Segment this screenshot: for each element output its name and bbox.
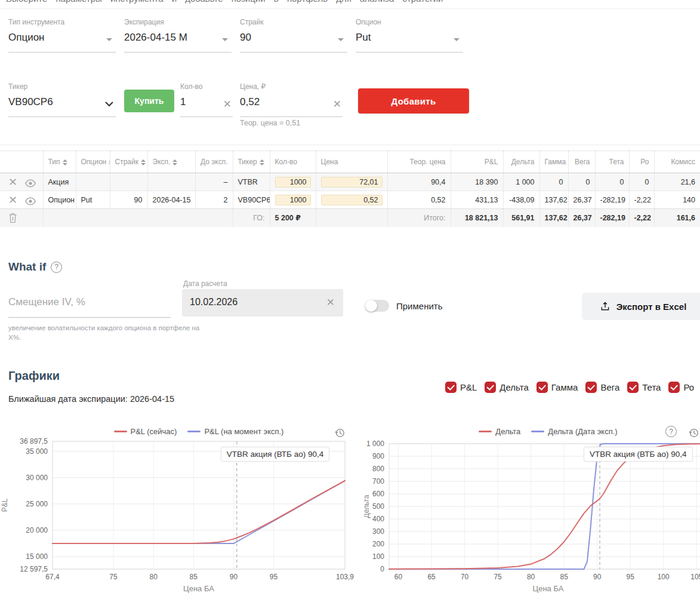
qty-input[interactable]: 1000 bbox=[275, 195, 311, 205]
clear-icon[interactable]: ✕ bbox=[223, 98, 232, 110]
svg-text:65: 65 bbox=[427, 573, 436, 581]
column-header-strike[interactable]: Страйк bbox=[110, 151, 147, 173]
eye-icon[interactable] bbox=[24, 197, 36, 205]
toggle-гамма[interactable]: Гамма bbox=[536, 382, 578, 393]
pnl-chart[interactable]: P&L (сейчас)P&L (на момент эксп.)36 897,… bbox=[0, 420, 358, 596]
qty-input[interactable]: 1000 bbox=[275, 177, 311, 188]
toggle-label: Ро bbox=[683, 382, 694, 392]
cell-option bbox=[76, 173, 110, 191]
positions-table: ТипОпционСтрайкЭксп.До эксп.ТикерКол-воЦ… bbox=[0, 150, 700, 227]
total-vega: 26,37 bbox=[568, 209, 595, 227]
column-header-label: Гамма bbox=[545, 158, 566, 166]
clear-icon[interactable]: ✕ bbox=[326, 296, 335, 309]
totals-row: ГО:5 200 ₽Итого:18 821,13561,91137,6226,… bbox=[0, 209, 700, 227]
svg-text:Цена БА: Цена БА bbox=[183, 584, 214, 593]
svg-text:80: 80 bbox=[527, 573, 535, 581]
what-if-title: What if? bbox=[8, 260, 62, 274]
field-value: Put bbox=[356, 32, 371, 44]
divider bbox=[0, 145, 700, 145]
option-type-select[interactable]: Опцион Put bbox=[356, 18, 463, 53]
buy-button[interactable]: Купить bbox=[124, 90, 174, 112]
toggle-label: P&L bbox=[460, 382, 477, 392]
svg-text:105: 105 bbox=[690, 573, 700, 581]
field-label: Опцион bbox=[356, 18, 463, 26]
field-label: Тикер bbox=[8, 82, 116, 91]
checkbox-checked-icon[interactable] bbox=[585, 382, 597, 393]
ticker-select[interactable]: Тикер VB90CP6 bbox=[8, 82, 116, 117]
checkbox-checked-icon[interactable] bbox=[668, 382, 680, 393]
checkbox-checked-icon[interactable] bbox=[445, 382, 457, 393]
delta-chart[interactable]: ДельтаДельта (Дата эксп.)?1 000900800700… bbox=[364, 420, 700, 596]
svg-text:75: 75 bbox=[109, 573, 118, 581]
cell-pnl: 431,13 bbox=[451, 191, 503, 209]
cell-vega: 26,37 bbox=[568, 191, 595, 209]
svg-text:1 000: 1 000 bbox=[366, 440, 384, 448]
chevron-down-icon bbox=[106, 38, 112, 41]
trash-icon[interactable] bbox=[8, 213, 17, 223]
strike-select[interactable]: Страйк 90 bbox=[240, 18, 347, 53]
price-field[interactable]: Цена, ₽ 0,52 ✕ bbox=[240, 82, 343, 117]
divider bbox=[0, 8, 700, 9]
close-icon[interactable]: ✕ bbox=[8, 194, 17, 206]
clipped-header-text: Выберите параметры инструмента и добавьт… bbox=[6, 0, 639, 5]
checkbox-checked-icon[interactable] bbox=[536, 382, 548, 393]
toggle-label: Гамма bbox=[551, 382, 578, 392]
iv-shift-input[interactable]: Смещение IV, % bbox=[8, 296, 85, 308]
cell-spacer bbox=[43, 209, 233, 227]
cell-theta: -282,19 bbox=[595, 191, 629, 209]
field-label: Цена, ₽ bbox=[240, 82, 343, 91]
toggle-p&l[interactable]: P&L bbox=[445, 382, 477, 393]
eye-icon[interactable] bbox=[24, 179, 36, 188]
apply-toggle[interactable] bbox=[365, 300, 389, 312]
help-icon[interactable]: ? bbox=[51, 262, 62, 273]
add-button[interactable]: Добавить bbox=[358, 88, 469, 113]
column-header-theor: Теор. цена bbox=[387, 151, 451, 173]
expiration-select[interactable]: Экспирация 2026-04-15 M bbox=[124, 18, 232, 53]
field-value: VB90CP6 bbox=[8, 96, 53, 108]
toggle-тета[interactable]: Тета bbox=[627, 382, 661, 393]
svg-text:90: 90 bbox=[593, 573, 602, 581]
cell-price: 72,01 bbox=[316, 173, 387, 191]
price-input[interactable]: 72,01 bbox=[321, 177, 383, 188]
svg-text:25 000: 25 000 bbox=[26, 500, 48, 508]
svg-text:15 000: 15 000 bbox=[26, 552, 48, 561]
go-value: 5 200 ₽ bbox=[270, 209, 316, 227]
price-input[interactable]: 0,52 bbox=[321, 195, 383, 205]
svg-text:P&L: P&L bbox=[1, 498, 9, 512]
close-icon[interactable]: ✕ bbox=[8, 176, 17, 188]
export-excel-label: Экспорт в Excel bbox=[616, 302, 687, 312]
clear-icon[interactable]: ✕ bbox=[333, 98, 341, 110]
cell-pnl: 18 390 bbox=[451, 173, 503, 191]
instrument-type-select[interactable]: Тип инструмента Опцион bbox=[8, 18, 116, 53]
position-row: ✕ОпционPut902026-04-152VB90CP610000,520,… bbox=[0, 191, 700, 209]
cell-qty: 1000 bbox=[270, 173, 316, 191]
column-header-exp[interactable]: Эксп. bbox=[147, 151, 195, 173]
cell-actions: ✕ bbox=[0, 173, 43, 191]
calc-date-input[interactable]: 10.02.2026 ✕ bbox=[182, 289, 343, 317]
sort-icon bbox=[260, 159, 264, 165]
upload-icon bbox=[600, 301, 610, 312]
export-excel-button[interactable]: Экспорт в Excel bbox=[582, 293, 700, 320]
toggle-дельта[interactable]: Дельта bbox=[485, 382, 528, 393]
column-header-ticker[interactable]: Тикер bbox=[233, 151, 270, 173]
field-label: Кол-во bbox=[180, 82, 233, 91]
toggle-label: Тета bbox=[642, 382, 661, 392]
total-gamma: 137,62 bbox=[539, 209, 568, 227]
column-header-option[interactable]: Опцион bbox=[76, 151, 110, 173]
toggle-вега[interactable]: Вега bbox=[585, 382, 619, 393]
svg-text:67,4: 67,4 bbox=[45, 573, 60, 581]
toggle-ро[interactable]: Ро bbox=[668, 382, 694, 393]
cell-gamma: 137,62 bbox=[539, 191, 568, 209]
svg-text:95: 95 bbox=[627, 573, 635, 581]
cell-rho: -2,22 bbox=[629, 191, 654, 209]
cell-ticker: VTBR bbox=[233, 173, 270, 191]
column-header-type[interactable]: Тип bbox=[43, 151, 76, 173]
quantity-field[interactable]: Кол-во 1 ✕ bbox=[180, 82, 233, 117]
svg-text:700: 700 bbox=[372, 477, 384, 486]
sort-icon bbox=[172, 159, 177, 165]
svg-text:75: 75 bbox=[494, 573, 502, 581]
checkbox-checked-icon[interactable] bbox=[627, 382, 639, 393]
checkbox-checked-icon[interactable] bbox=[485, 382, 496, 393]
cell-price: 0,52 bbox=[316, 191, 387, 209]
total-comm: 161,6 bbox=[654, 209, 700, 227]
